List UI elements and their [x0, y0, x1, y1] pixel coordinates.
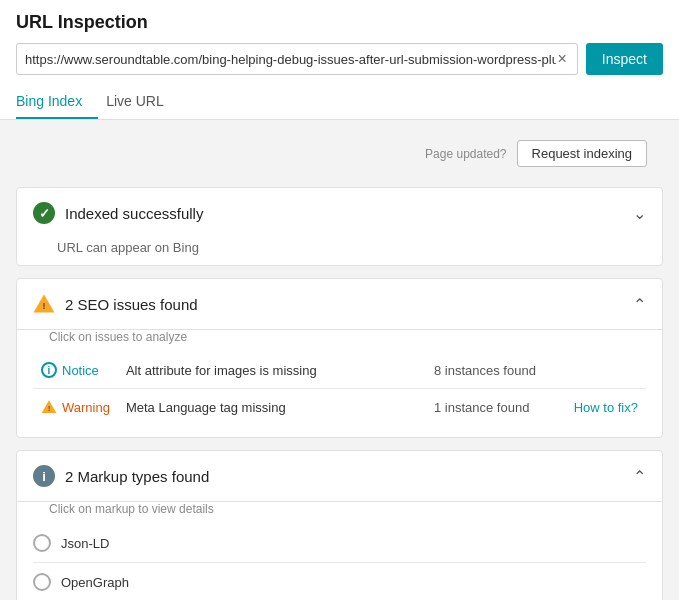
- info-icon: i: [33, 465, 55, 487]
- markup-card: i 2 Markup types found ⌃ Click on markup…: [16, 450, 663, 600]
- indexed-title: Indexed successfully: [65, 205, 203, 222]
- markup-header-left: i 2 Markup types found: [33, 465, 209, 487]
- tab-bing-index[interactable]: Bing Index: [16, 85, 98, 119]
- indexed-header-left: Indexed successfully: [33, 202, 203, 224]
- seo-click-hint: Click on issues to analyze: [33, 330, 646, 352]
- list-item[interactable]: Json-LD: [33, 524, 646, 562]
- type-cell-warning: ! Warning: [33, 389, 118, 426]
- indexed-card: Indexed successfully ⌄ URL can appear on…: [16, 187, 663, 266]
- list-item[interactable]: OpenGraph: [33, 562, 646, 600]
- seo-chevron-up-icon[interactable]: ⌃: [633, 295, 646, 314]
- desc-cell-warning: Meta Language tag missing: [118, 389, 426, 426]
- indexed-subtitle: URL can appear on Bing: [17, 238, 662, 265]
- clear-button[interactable]: ×: [556, 51, 569, 67]
- markup-chevron-up-icon[interactable]: ⌃: [633, 467, 646, 486]
- warning-triangle-icon: !: [33, 293, 55, 315]
- url-input-wrapper: ×: [16, 43, 578, 75]
- seo-card-header: ! 2 SEO issues found ⌃: [17, 279, 662, 329]
- app-container: URL Inspection × Inspect Bing Index Live…: [0, 0, 679, 600]
- success-icon: [33, 202, 55, 224]
- request-row: Page updated? Request indexing: [16, 132, 663, 175]
- type-cell-notice: i Notice: [33, 352, 118, 389]
- markup-card-body: Click on markup to view details Json-LD …: [17, 502, 662, 600]
- markup-item-label-opengraph: OpenGraph: [61, 575, 129, 590]
- seo-issues-title: 2 SEO issues found: [65, 296, 198, 313]
- tabs-row: Bing Index Live URL: [16, 85, 663, 119]
- circle-icon: [33, 534, 51, 552]
- url-bar-row: × Inspect: [16, 43, 663, 75]
- count-cell-notice: 8 instances found: [426, 352, 556, 389]
- action-cell-notice: [556, 352, 646, 389]
- warning-label: Warning: [62, 400, 110, 415]
- content-area: Page updated? Request indexing Indexed s…: [0, 120, 679, 600]
- count-cell-warning: 1 instance found: [426, 389, 556, 426]
- indexed-card-header: Indexed successfully ⌄: [17, 188, 662, 238]
- markup-items: Json-LD OpenGraph: [33, 524, 646, 600]
- seo-header-left: ! 2 SEO issues found: [33, 293, 198, 315]
- svg-text:!: !: [42, 301, 45, 311]
- notice-icon: i: [41, 362, 57, 378]
- markup-card-header: i 2 Markup types found ⌃: [17, 451, 662, 501]
- request-indexing-button[interactable]: Request indexing: [517, 140, 647, 167]
- tab-live-url[interactable]: Live URL: [106, 85, 180, 119]
- svg-text:!: !: [48, 405, 50, 412]
- chevron-down-icon[interactable]: ⌄: [633, 204, 646, 223]
- markup-title: 2 Markup types found: [65, 468, 209, 485]
- seo-issues-card: ! 2 SEO issues found ⌃ Click on issues t…: [16, 278, 663, 438]
- notice-type: i Notice: [41, 362, 110, 378]
- table-row[interactable]: ! Warning Meta Language tag missing 1 in…: [33, 389, 646, 426]
- header: URL Inspection × Inspect Bing Index Live…: [0, 0, 679, 120]
- seo-card-body: Click on issues to analyze i Notice Alt …: [17, 330, 662, 437]
- warning-type: ! Warning: [41, 399, 110, 415]
- table-row[interactable]: i Notice Alt attribute for images is mis…: [33, 352, 646, 389]
- desc-cell-notice: Alt attribute for images is missing: [118, 352, 426, 389]
- warning-icon-small: !: [41, 399, 57, 415]
- how-to-fix-link[interactable]: How to fix?: [574, 400, 638, 415]
- page-updated-label: Page updated?: [425, 147, 506, 161]
- action-cell-warning: How to fix?: [556, 389, 646, 426]
- page-title: URL Inspection: [16, 12, 663, 33]
- circle-icon: [33, 573, 51, 591]
- markup-click-hint: Click on markup to view details: [33, 502, 646, 524]
- markup-item-label-jsonld: Json-LD: [61, 536, 109, 551]
- seo-issues-table: i Notice Alt attribute for images is mis…: [33, 352, 646, 425]
- notice-label: Notice: [62, 363, 99, 378]
- url-input[interactable]: [25, 52, 556, 67]
- inspect-button[interactable]: Inspect: [586, 43, 663, 75]
